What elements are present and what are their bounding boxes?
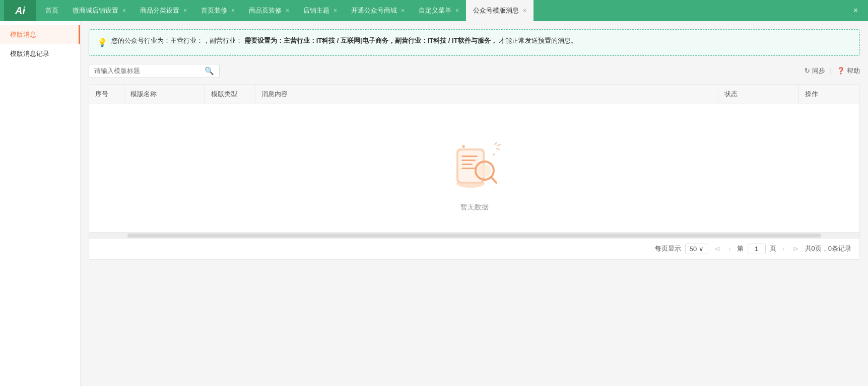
search-icon[interactable]: 🔍 [205,66,214,75]
search-input-wrap[interactable]: 🔍 [89,64,220,78]
nav-tab-custom-menu[interactable]: 自定义菜单 × [412,0,466,21]
notice-box: 💡 您的公众号行业为：主营行业：，副营行业： 需要设置为：主营行业：IT科技 /… [89,29,860,56]
help-label: 帮助 [847,66,860,75]
help-icon: ❓ [837,67,845,74]
toolbar-right: ↻ 同步 | ❓ 帮助 [805,66,860,75]
sync-label: 同步 [812,66,825,75]
svg-line-13 [498,144,500,145]
col-header-seq: 序号 [89,85,124,104]
nav-tab-home-decoration[interactable]: 首页装修 × [194,0,242,21]
app-logo: Ai [4,0,36,21]
page-next-button[interactable]: › [780,245,787,253]
search-area: 🔍 ↻ 同步 | ❓ 帮助 [89,64,860,78]
col-header-status: 状态 [718,85,799,104]
page-size-label: 每页显示 [655,244,681,253]
nav-tab-home-label: 首页 [45,6,58,15]
nav-tab-shop-theme-close[interactable]: × [333,7,337,14]
nav-tab-shop-theme[interactable]: 店铺主题 × [296,0,344,21]
nav-tab-micro-shop-close[interactable]: × [122,7,126,14]
sidebar-item-template-message-label: 模版消息 [10,31,36,38]
col-header-content: 消息内容 [255,85,718,104]
svg-rect-5 [461,164,473,165]
nav-tab-template-message-label: 公众号模版消息 [473,6,519,15]
page-prev-button[interactable]: ‹ [726,245,733,253]
col-header-name: 模版名称 [124,85,205,104]
col-header-type: 模版类型 [205,85,255,104]
nav-tab-open-shop[interactable]: 开通公众号商城 × [344,0,412,21]
toolbar-divider: | [830,67,832,74]
sync-icon: ↻ [805,67,810,74]
nav-tab-product-decoration-label: 商品页装修 [249,6,282,15]
page-first-button[interactable]: ⊲ [712,245,722,253]
page-prefix-label: 第 [737,244,744,253]
page-number-input[interactable] [748,244,766,254]
nav-tab-product-category[interactable]: 商品分类设置 × [133,0,194,21]
page-size-dropdown-icon: ∨ [699,245,704,253]
svg-rect-6 [461,168,477,169]
svg-line-9 [491,177,496,183]
sync-button[interactable]: ↻ 同步 [805,66,825,75]
nav-tab-product-category-label: 商品分类设置 [140,6,179,15]
nav-tab-shop-theme-label: 店铺主题 [303,6,329,15]
nav-tab-product-decoration-close[interactable]: × [286,7,289,14]
sidebar-item-template-record[interactable]: 模版消息记录 [0,44,80,63]
nav-tab-micro-shop[interactable]: 微商城店铺设置 × [65,0,133,21]
nav-tab-template-message[interactable]: 公众号模版消息 × [466,0,533,21]
nav-tab-home[interactable]: 首页 [38,0,65,21]
page-size-value: 50 [690,245,697,253]
page-size-selector[interactable]: 50 ∨ [685,244,708,254]
page-last-button[interactable]: ⊳ [791,245,801,253]
svg-point-10 [462,145,465,148]
nav-tab-micro-shop-label: 微商城店铺设置 [73,6,118,15]
main-content: 💡 您的公众号行业为：主营行业：，副营行业： 需要设置为：主营行业：IT科技 /… [81,21,868,386]
svg-point-8 [478,164,491,177]
page-label: 页 [770,244,776,253]
search-input[interactable] [94,67,205,74]
top-nav: Ai 首页 微商城店铺设置 × 商品分类设置 × 首页装修 × 商品页装修 × … [0,0,868,21]
notice-text: 您的公众号行业为：主营行业：，副营行业： 需要设置为：主营行业：IT科技 / 互… [111,36,577,46]
svg-rect-4 [461,160,476,161]
nav-tab-open-shop-label: 开通公众号商城 [351,6,397,15]
help-button[interactable]: ❓ 帮助 [837,66,860,75]
nav-tab-template-message-close[interactable]: × [523,7,526,14]
svg-line-12 [495,142,497,144]
nav-tab-open-shop-close[interactable]: × [401,7,405,14]
sidebar-item-template-record-label: 模版消息记录 [10,50,49,57]
empty-text: 暂无数据 [460,203,489,212]
main-layout: 模版消息 模版消息记录 💡 您的公众号行业为：主营行业：，副营行业： 需要设置为… [0,21,868,386]
nav-tab-custom-menu-label: 自定义菜单 [419,6,451,15]
svg-rect-3 [461,156,478,157]
page-total-info: 共0页，0条记录 [805,244,851,253]
sidebar: 模版消息 模版消息记录 [0,21,81,386]
sidebar-item-template-message[interactable]: 模版消息 [0,25,80,44]
notice-prefix: 您的公众号行业为：主营行业：，副营行业： [111,37,242,44]
notice-suffix: 才能正常发送预置的消息。 [499,37,577,44]
col-header-action: 操作 [799,85,859,104]
pagination: 每页显示 50 ∨ ⊲ ‹ 第 页 › ⊳ 共0页，0条记录 [89,238,859,259]
data-table: 序号 模版名称 模版类型 消息内容 状态 操作 [89,84,860,260]
notice-icon: 💡 [97,36,107,49]
table-header: 序号 模版名称 模版类型 消息内容 状态 操作 [89,85,859,104]
notice-highlight: 需要设置为：主营行业：IT科技 / 互联网|电子商务，副营行业：IT科技 / I… [244,37,497,44]
horizontal-scrollbar[interactable] [89,232,859,238]
nav-tab-home-decoration-close[interactable]: × [231,7,235,14]
scroll-bar-track[interactable] [127,234,821,238]
nav-tab-product-decoration[interactable]: 商品页装修 × [242,0,296,21]
global-close-button[interactable]: × [847,6,864,15]
nav-tab-custom-menu-close[interactable]: × [455,7,459,14]
nav-tab-product-category-close[interactable]: × [183,7,187,14]
empty-illustration [444,134,505,195]
nav-tab-home-decoration-label: 首页装修 [201,6,227,15]
empty-state: 暂无数据 [89,104,859,232]
svg-point-11 [493,153,495,156]
svg-line-14 [497,148,499,149]
